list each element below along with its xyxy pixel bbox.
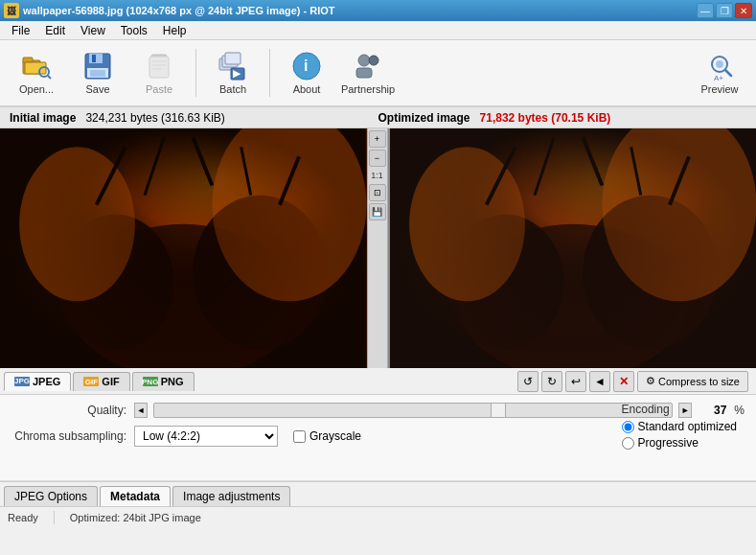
app-icon: 🖼 [4, 3, 19, 18]
preview-icon: A+ [704, 51, 735, 81]
grayscale-row: Grayscale [293, 429, 361, 443]
svg-line-28 [725, 70, 731, 76]
tab-jpeg-options[interactable]: JPEG Options [4, 486, 98, 506]
toolbar-sep-1 [195, 49, 196, 97]
preview-label: Preview [700, 83, 738, 95]
svg-point-33 [67, 224, 299, 368]
redo-button[interactable]: ↻ [541, 371, 562, 392]
svg-line-54 [630, 147, 640, 195]
tab-jpeg[interactable]: JPG JPEG [4, 372, 71, 391]
png-tab-label: PNG [161, 376, 184, 387]
svg-point-36 [19, 147, 135, 301]
paste-label: Paste [146, 83, 172, 95]
jpeg-tab-label: JPEG [33, 376, 60, 387]
menu-edit[interactable]: Edit [37, 22, 73, 39]
svg-rect-24 [356, 68, 372, 78]
svg-point-25 [369, 56, 378, 65]
grayscale-checkbox[interactable] [293, 430, 306, 443]
encoding-section: Encoding Standard optimized Progressive [622, 403, 737, 452]
minimize-button[interactable]: — [697, 3, 714, 18]
format-tabs: JPG JPEG GIF GIF PNG PNG [4, 372, 517, 391]
svg-rect-43 [390, 128, 757, 368]
tab-gif[interactable]: GIF GIF [73, 372, 129, 391]
about-button[interactable]: i About [278, 44, 335, 102]
svg-line-38 [97, 147, 126, 204]
partnership-label: Partnership [341, 83, 395, 95]
paste-button: Paste [130, 44, 188, 102]
quality-slider[interactable] [153, 403, 673, 418]
undo-button[interactable]: ↺ [517, 371, 538, 392]
save-button[interactable]: Save [69, 44, 126, 102]
open-label: Open... [19, 83, 54, 95]
options-panel: Quality: ◄ ► 37 % Chroma subsampling: No… [0, 395, 756, 481]
open-icon [21, 51, 52, 81]
svg-rect-32 [0, 128, 367, 368]
menu-tools[interactable]: Tools [113, 22, 155, 39]
menu-view[interactable]: View [73, 22, 113, 39]
tab-png[interactable]: PNG PNG [132, 372, 195, 391]
encoding-progressive-radio[interactable] [622, 437, 634, 450]
svg-rect-31 [0, 128, 367, 368]
encoding-progressive-label: Progressive [638, 436, 699, 450]
close-button[interactable]: ✕ [735, 3, 752, 18]
quality-decrease-button[interactable]: ◄ [134, 403, 148, 418]
svg-rect-45 [390, 128, 757, 368]
encoding-standard-radio[interactable] [622, 421, 634, 433]
save-preview-button[interactable]: 💾 [369, 203, 386, 220]
window-title: wallpaper-56988.jpg (1024x768 px @ 24bit… [23, 5, 335, 16]
gif-tab-label: GIF [102, 376, 119, 387]
reset-button[interactable]: ↩ [565, 371, 586, 392]
svg-rect-13 [152, 60, 166, 62]
delete-button[interactable]: ✕ [613, 371, 634, 392]
toolbar-sep-2 [269, 49, 270, 97]
partnership-svg [353, 51, 383, 81]
bottom-tabs: JPEG Options Metadata Image adjustments [0, 481, 756, 506]
status-optimized: Optimized: 24bit JPG image [70, 512, 201, 523]
initial-size: 324,231 bytes (316.63 KiB) [85, 111, 224, 125]
batch-button[interactable]: ▶ Batch [204, 44, 262, 102]
initial-label: Initial image [10, 111, 76, 125]
title-bar: 🖼 wallpaper-56988.jpg (1024x768 px @ 24b… [0, 0, 756, 21]
tab-metadata[interactable]: Metadata [100, 486, 171, 506]
format-tabs-area: JPG JPEG GIF GIF PNG PNG ↺ ↻ ↩ ◄ ✕ ⚙ Com… [0, 368, 756, 395]
svg-point-48 [583, 196, 718, 350]
action-toolbar: ↺ ↻ ↩ ◄ ✕ ⚙ Compress to size [517, 371, 752, 392]
batch-icon: ▶ [218, 51, 248, 81]
restore-button[interactable]: ❐ [716, 3, 733, 18]
open-button[interactable]: Open... [8, 44, 65, 102]
svg-rect-30 [0, 128, 367, 368]
compress-label: Compress to size [658, 376, 740, 387]
svg-point-50 [602, 128, 756, 301]
jpeg-tab-icon: JPG [14, 377, 30, 386]
zoom-label: 1:1 [371, 171, 383, 180]
title-controls: — ❐ ✕ [697, 3, 752, 18]
chroma-select[interactable]: None (4:4:4) Low (4:2:2) High (4:1:1) Ex… [134, 426, 278, 447]
svg-line-51 [486, 147, 515, 204]
svg-rect-12 [149, 57, 169, 78]
encoding-progressive-option: Progressive [622, 436, 737, 450]
menu-help[interactable]: Help [155, 22, 195, 39]
compress-button[interactable]: ⚙ Compress to size [637, 371, 748, 392]
encoding-title: Encoding [622, 403, 737, 416]
preview-left [0, 128, 367, 368]
fit-button[interactable]: ⊡ [369, 184, 386, 201]
svg-line-53 [583, 137, 602, 185]
menu-file[interactable]: File [4, 22, 37, 39]
preview-button[interactable]: A+ Preview [691, 44, 748, 102]
svg-point-23 [358, 55, 370, 66]
about-icon: i [291, 51, 322, 81]
menu-bar: File Edit View Tools Help [0, 21, 756, 40]
svg-rect-44 [390, 128, 757, 368]
encoding-standard-label: Standard optimized [638, 420, 737, 433]
tab-image-adjustments[interactable]: Image adjustments [172, 486, 290, 506]
quality-slider-thumb[interactable] [491, 403, 506, 418]
partnership-button[interactable]: Partnership [339, 44, 397, 102]
zoom-in-button[interactable]: + [369, 130, 386, 148]
toolbar: Open... Save Paste [0, 40, 756, 107]
svg-line-55 [669, 156, 688, 204]
info-row: Initial image 324,231 bytes (316.63 KiB)… [0, 107, 756, 128]
svg-rect-18 [225, 53, 241, 64]
prev-button[interactable]: ◄ [589, 371, 610, 392]
zoom-out-button[interactable]: − [369, 150, 386, 167]
open-folder-svg [21, 51, 52, 81]
